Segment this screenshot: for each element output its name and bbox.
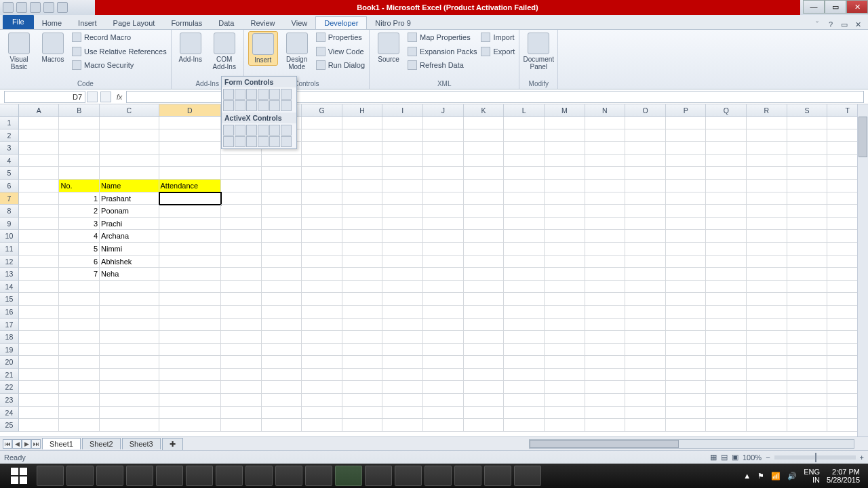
cell-I14[interactable] bbox=[382, 281, 423, 293]
row-header-24[interactable]: 24 bbox=[0, 407, 19, 420]
cell-M14[interactable] bbox=[545, 281, 585, 293]
cell-M18[interactable] bbox=[545, 331, 585, 344]
cell-F4[interactable] bbox=[262, 155, 302, 167]
cell-K15[interactable] bbox=[464, 293, 505, 306]
cell-Q1[interactable] bbox=[706, 117, 747, 129]
cell-A16[interactable] bbox=[19, 306, 60, 319]
cell-R11[interactable] bbox=[747, 243, 787, 256]
qat-custom-icon[interactable] bbox=[57, 2, 68, 13]
cell-A3[interactable] bbox=[19, 142, 60, 155]
taskbar-store-icon[interactable] bbox=[37, 466, 64, 486]
cell-F7[interactable] bbox=[262, 192, 302, 205]
run-dialog-button[interactable]: Run Dialog bbox=[316, 59, 365, 72]
cell-P23[interactable] bbox=[666, 394, 707, 407]
cell-L7[interactable] bbox=[504, 192, 545, 205]
cell-Q11[interactable] bbox=[706, 243, 747, 256]
row-header-19[interactable]: 19 bbox=[0, 344, 19, 357]
cell-A25[interactable] bbox=[19, 419, 60, 432]
col-header-K[interactable]: K bbox=[464, 104, 505, 116]
col-header-G[interactable]: G bbox=[302, 104, 342, 116]
cell-P22[interactable] bbox=[666, 381, 707, 394]
cell-L25[interactable] bbox=[504, 419, 545, 432]
cell-B21[interactable] bbox=[59, 369, 100, 382]
cell-K7[interactable] bbox=[464, 192, 505, 205]
form-group-icon[interactable] bbox=[223, 100, 234, 111]
cell-E18[interactable] bbox=[221, 331, 262, 344]
cell-B6[interactable]: No. bbox=[59, 180, 100, 192]
cell-B3[interactable] bbox=[59, 142, 100, 155]
cell-N23[interactable] bbox=[585, 394, 626, 407]
cell-D21[interactable] bbox=[159, 369, 221, 382]
cell-S1[interactable] bbox=[787, 117, 828, 129]
cell-C3[interactable] bbox=[100, 142, 159, 155]
cell-A9[interactable] bbox=[19, 218, 60, 230]
cell-N12[interactable] bbox=[585, 256, 626, 268]
cell-K5[interactable] bbox=[464, 167, 505, 180]
taskbar-app1-icon[interactable] bbox=[126, 466, 153, 486]
horizontal-scroll-thumb[interactable] bbox=[530, 440, 679, 448]
cell-N3[interactable] bbox=[585, 142, 626, 155]
cell-K24[interactable] bbox=[464, 407, 505, 420]
vertical-scrollbar[interactable] bbox=[857, 104, 868, 436]
cell-R13[interactable] bbox=[747, 268, 787, 281]
cell-S13[interactable] bbox=[787, 268, 828, 281]
cell-R7[interactable] bbox=[747, 192, 787, 205]
cell-D17[interactable] bbox=[159, 319, 221, 331]
cell-C24[interactable] bbox=[100, 407, 159, 420]
source-button[interactable]: Source bbox=[374, 31, 403, 64]
cell-C15[interactable] bbox=[100, 293, 159, 306]
cell-C9[interactable]: Prachi bbox=[100, 218, 159, 230]
cell-D24[interactable] bbox=[159, 407, 221, 420]
cell-R4[interactable] bbox=[747, 155, 787, 167]
cell-Q23[interactable] bbox=[706, 394, 747, 407]
cell-N20[interactable] bbox=[585, 356, 626, 369]
cell-M11[interactable] bbox=[545, 243, 585, 256]
cell-H14[interactable] bbox=[342, 281, 383, 293]
cell-O9[interactable] bbox=[625, 218, 666, 230]
cell-N25[interactable] bbox=[585, 419, 626, 432]
cell-G12[interactable] bbox=[302, 256, 342, 268]
cell-N13[interactable] bbox=[585, 268, 626, 281]
cell-J6[interactable] bbox=[423, 180, 464, 192]
cell-J22[interactable] bbox=[423, 381, 464, 394]
cell-C25[interactable] bbox=[100, 419, 159, 432]
cell-O3[interactable] bbox=[625, 142, 666, 155]
cell-J23[interactable] bbox=[423, 394, 464, 407]
cell-A23[interactable] bbox=[19, 394, 60, 407]
vertical-scroll-thumb[interactable] bbox=[859, 117, 867, 157]
row-header-20[interactable]: 20 bbox=[0, 356, 19, 369]
cell-P21[interactable] bbox=[666, 369, 707, 382]
cell-L2[interactable] bbox=[504, 129, 545, 142]
cell-K18[interactable] bbox=[464, 331, 505, 344]
cell-G24[interactable] bbox=[302, 407, 342, 420]
cell-M1[interactable] bbox=[545, 117, 585, 129]
cell-G4[interactable] bbox=[302, 155, 342, 167]
ax-textbox-icon[interactable] bbox=[269, 125, 280, 136]
row-header-5[interactable]: 5 bbox=[0, 167, 19, 180]
cell-F20[interactable] bbox=[262, 356, 302, 369]
cell-F23[interactable] bbox=[262, 394, 302, 407]
record-macro-button[interactable]: Record Macro bbox=[72, 31, 167, 44]
cell-H1[interactable] bbox=[342, 117, 383, 129]
redo-icon[interactable] bbox=[43, 2, 54, 13]
cell-M25[interactable] bbox=[545, 419, 585, 432]
cell-F8[interactable] bbox=[262, 205, 302, 218]
cell-N18[interactable] bbox=[585, 331, 626, 344]
cell-G6[interactable] bbox=[302, 180, 342, 192]
cell-F22[interactable] bbox=[262, 381, 302, 394]
cell-M19[interactable] bbox=[545, 344, 585, 357]
row-header-12[interactable]: 12 bbox=[0, 256, 19, 268]
cell-R12[interactable] bbox=[747, 256, 787, 268]
cell-L11[interactable] bbox=[504, 243, 545, 256]
cell-P20[interactable] bbox=[666, 356, 707, 369]
cell-M21[interactable] bbox=[545, 369, 585, 382]
cell-O16[interactable] bbox=[625, 306, 666, 319]
file-tab[interactable]: File bbox=[3, 14, 34, 29]
cell-I11[interactable] bbox=[382, 243, 423, 256]
cell-P4[interactable] bbox=[666, 155, 707, 167]
cell-L18[interactable] bbox=[504, 331, 545, 344]
refresh-data-button[interactable]: Refresh Data bbox=[408, 59, 477, 72]
cell-G16[interactable] bbox=[302, 306, 342, 319]
cell-O23[interactable] bbox=[625, 394, 666, 407]
taskbar-app5-icon[interactable] bbox=[365, 466, 392, 486]
